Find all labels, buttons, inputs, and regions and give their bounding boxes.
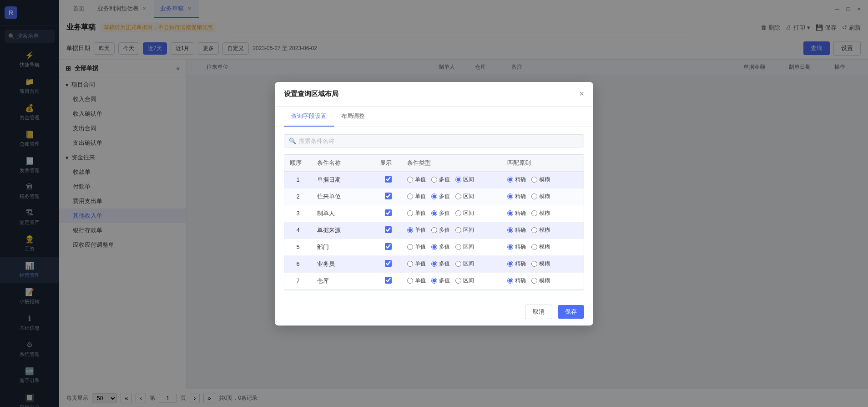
row-display[interactable] [374, 255, 402, 272]
row-order: 8 [284, 289, 312, 290]
display-checkbox[interactable] [385, 243, 392, 250]
modal-footer: 取消 保存 [275, 298, 593, 326]
modal-tab-layout[interactable]: 布局调整 [334, 107, 372, 127]
modal-close-button[interactable]: × [579, 89, 584, 99]
type-single-radio[interactable] [407, 227, 413, 233]
modal-table-container: 顺序 条件名称 显示 条件类型 匹配原则 1 单据日期 [284, 154, 584, 290]
row-order: 2 [284, 188, 312, 205]
match-fuzzy-radio[interactable] [531, 227, 537, 233]
col-name: 条件名称 [312, 154, 374, 171]
row-match: 精确 模糊 [502, 222, 584, 239]
row-display[interactable] [374, 289, 402, 290]
type-multi-radio[interactable] [431, 210, 437, 216]
row-name: 业务员 [312, 255, 374, 272]
modal-save-button[interactable]: 保存 [558, 305, 584, 319]
match-fuzzy-radio[interactable] [531, 244, 537, 250]
match-fuzzy-radio[interactable] [531, 210, 537, 216]
row-type: 单值 多值 区间 [402, 289, 502, 290]
row-name: 往来单位 [312, 188, 374, 205]
match-exact-radio[interactable] [507, 210, 513, 216]
row-order: 1 [284, 171, 312, 188]
modal-table: 顺序 条件名称 显示 条件类型 匹配原则 1 单据日期 [284, 154, 584, 290]
modal-tab-bar: 查询字段设置 布局调整 [275, 107, 593, 127]
type-range-radio[interactable] [455, 261, 461, 267]
type-range-radio[interactable] [455, 278, 461, 284]
match-exact-radio[interactable] [507, 227, 513, 233]
row-display[interactable] [374, 272, 402, 289]
type-multi-radio[interactable] [431, 278, 437, 284]
type-single-radio[interactable] [407, 177, 413, 183]
type-multi-radio[interactable] [431, 177, 437, 183]
display-checkbox[interactable] [385, 260, 392, 267]
match-exact-radio[interactable] [507, 278, 513, 284]
row-type: 单值 多值 区间 [402, 188, 502, 205]
row-type: 单值 多值 区间 [402, 171, 502, 188]
type-multi-radio[interactable] [431, 261, 437, 267]
row-match: 精确 模糊 [502, 188, 584, 205]
row-name: 制单人 [312, 205, 374, 222]
col-order: 顺序 [284, 154, 312, 171]
display-checkbox[interactable] [385, 226, 392, 233]
match-exact-radio[interactable] [507, 177, 513, 183]
row-match: 精确 模糊 [502, 171, 584, 188]
row-display[interactable] [374, 171, 402, 188]
type-range-radio[interactable] [455, 244, 461, 250]
modal-title: 设置查询区域布局 [284, 90, 338, 98]
type-single-radio[interactable] [407, 244, 413, 250]
modal-dialog: 设置查询区域布局 × 查询字段设置 布局调整 🔍 顺序 条件 [275, 82, 593, 326]
modal-body: 🔍 顺序 条件名称 显示 条件类型 匹配原则 [275, 127, 593, 298]
modal-search-bar: 🔍 [284, 134, 584, 148]
row-type: 单值 多值 区间 [402, 272, 502, 289]
row-type: 单值 多值 区间 [402, 222, 502, 239]
row-type: 单值 多值 区间 [402, 205, 502, 222]
row-match: 精确 模糊 [502, 255, 584, 272]
match-fuzzy-radio[interactable] [531, 278, 537, 284]
row-display[interactable] [374, 239, 402, 255]
type-range-radio[interactable] [455, 227, 461, 233]
row-display[interactable] [374, 205, 402, 222]
match-fuzzy-radio[interactable] [531, 193, 537, 199]
match-exact-radio[interactable] [507, 261, 513, 267]
type-range-radio[interactable] [455, 177, 461, 183]
type-single-radio[interactable] [407, 278, 413, 284]
match-fuzzy-radio[interactable] [531, 177, 537, 183]
row-display[interactable] [374, 222, 402, 239]
type-multi-radio[interactable] [431, 227, 437, 233]
row-name: 单据日期 [312, 171, 374, 188]
match-fuzzy-radio[interactable] [531, 261, 537, 267]
display-checkbox[interactable] [385, 193, 392, 199]
row-name: 仓库 [312, 272, 374, 289]
row-order: 4 [284, 222, 312, 239]
type-single-radio[interactable] [407, 193, 413, 199]
row-type: 单值 多值 区间 [402, 255, 502, 272]
modal-cancel-button[interactable]: 取消 [525, 305, 552, 319]
row-type: 单值 多值 区间 [402, 239, 502, 255]
row-order: 6 [284, 255, 312, 272]
modal-search-icon: 🔍 [289, 137, 296, 144]
type-multi-radio[interactable] [431, 193, 437, 199]
type-range-radio[interactable] [455, 210, 461, 216]
type-multi-radio[interactable] [431, 244, 437, 250]
display-checkbox[interactable] [385, 176, 392, 183]
modal-overlay: 设置查询区域布局 × 查询字段设置 布局调整 🔍 顺序 条件 [0, 0, 868, 407]
type-range-radio[interactable] [455, 193, 461, 199]
row-display[interactable] [374, 188, 402, 205]
row-match: 精确 模糊 [502, 239, 584, 255]
modal-tab-field-settings[interactable]: 查询字段设置 [284, 107, 334, 127]
row-match: 精确 模糊 [502, 289, 584, 290]
match-exact-radio[interactable] [507, 244, 513, 250]
col-type: 条件类型 [402, 154, 502, 171]
modal-header: 设置查询区域布局 × [275, 82, 593, 107]
row-order: 7 [284, 272, 312, 289]
col-display: 显示 [374, 154, 402, 171]
type-single-radio[interactable] [407, 210, 413, 216]
row-match: 精确 模糊 [502, 205, 584, 222]
type-single-radio[interactable] [407, 261, 413, 267]
row-name: 部门 [312, 239, 374, 255]
display-checkbox[interactable] [385, 277, 392, 284]
modal-search-input[interactable] [299, 137, 390, 144]
match-exact-radio[interactable] [507, 193, 513, 199]
display-checkbox[interactable] [385, 209, 392, 216]
col-match: 匹配原则 [502, 154, 584, 171]
row-name: 单据金额 [312, 289, 374, 290]
